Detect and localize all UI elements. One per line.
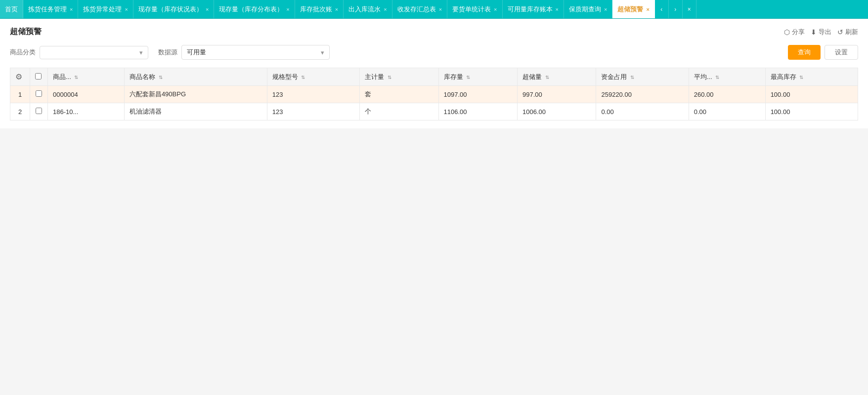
nav-next-arrow[interactable]: › bbox=[669, 0, 683, 18]
product-name-cell: 机油滤清器 bbox=[124, 103, 267, 120]
sort-icon: ⇅ bbox=[388, 75, 391, 80]
spec-cell: 123 bbox=[267, 103, 359, 120]
sort-icon: ⇅ bbox=[799, 75, 803, 80]
product-code-cell: 0000004 bbox=[48, 86, 125, 103]
page-header: 超储预警 ⬡ 分享 ⬇ 导出 ↺ 刷新 bbox=[10, 27, 858, 37]
sort-icon: ⇅ bbox=[630, 75, 634, 80]
product-code-label: 商品... bbox=[53, 73, 71, 80]
table-header-row: ⚙ 商品... ⇅ 商品名称 ⇅ 规格型号 ⇅ 主计量 bbox=[10, 68, 858, 86]
spec-col-header[interactable]: 规格型号 ⇅ bbox=[267, 68, 359, 86]
settings-col-header: ⚙ bbox=[10, 68, 30, 86]
header-actions: ⬡ 分享 ⬇ 导出 ↺ 刷新 bbox=[784, 28, 858, 37]
datasource-chevron-icon: ▾ bbox=[321, 49, 324, 56]
nav-inout-flow[interactable]: 出入库流水 × bbox=[344, 0, 392, 18]
overstock-cell: 1006.00 bbox=[517, 103, 596, 120]
avg-col-header[interactable]: 平均... ⇅ bbox=[689, 68, 765, 86]
avg-label: 平均... bbox=[694, 73, 712, 80]
nav-prev-arrow[interactable]: ‹ bbox=[655, 0, 669, 18]
nav-close-icon[interactable]: × bbox=[335, 6, 338, 12]
table-row: 1 0000004 六配套新昌490BPG 123 套 1097.00 997.… bbox=[10, 86, 858, 103]
nav-abnormal-processing[interactable]: 拣货异常处理 × bbox=[78, 0, 133, 18]
nav-close-icon[interactable]: × bbox=[286, 6, 289, 12]
overstock-col-header[interactable]: 超储量 ⇅ bbox=[517, 68, 596, 86]
category-select[interactable]: ▾ bbox=[40, 46, 148, 59]
stock-cell: 1097.00 bbox=[438, 86, 517, 103]
checkbox-col-header bbox=[30, 68, 48, 86]
sort-icon: ⇅ bbox=[74, 75, 78, 80]
row-checkbox-cell bbox=[30, 86, 48, 103]
unit-label: 主计量 bbox=[365, 73, 384, 80]
avg-cell: 260.00 bbox=[689, 86, 765, 103]
max-stock-cell: 100.00 bbox=[765, 86, 858, 103]
page-content: 超储预警 ⬡ 分享 ⬇ 导出 ↺ 刷新 商品分类 ▾ 数据源 bbox=[0, 19, 868, 128]
sort-icon: ⇅ bbox=[715, 75, 719, 80]
refresh-button[interactable]: ↺ 刷新 bbox=[837, 28, 858, 37]
refresh-icon: ↺ bbox=[837, 28, 843, 36]
nav-close-icon[interactable]: × bbox=[646, 6, 649, 12]
nav-shelf-life[interactable]: 保质期查询 × bbox=[564, 0, 612, 18]
stock-cell: 1106.00 bbox=[438, 103, 517, 120]
datasource-select[interactable]: 可用量 ▾ bbox=[181, 45, 330, 60]
nav-demand-stats[interactable]: 要货单统计表 × bbox=[447, 0, 502, 18]
export-icon: ⬇ bbox=[811, 28, 817, 36]
nav-batch-account[interactable]: 库存批次账 × bbox=[295, 0, 344, 18]
share-icon: ⬡ bbox=[784, 28, 790, 36]
sort-icon: ⇅ bbox=[159, 75, 163, 80]
nav-summary-table[interactable]: 收发存汇总表 × bbox=[392, 0, 447, 18]
product-code-cell: 186-10... bbox=[48, 103, 125, 120]
datasource-label: 数据源 bbox=[158, 48, 177, 57]
action-buttons: 查询 设置 bbox=[788, 45, 858, 60]
nav-close-icon[interactable]: × bbox=[494, 6, 497, 12]
nav-close-icon[interactable]: × bbox=[556, 6, 559, 12]
query-button[interactable]: 查询 bbox=[788, 45, 821, 60]
data-table: ⚙ 商品... ⇅ 商品名称 ⇅ 规格型号 ⇅ 主计量 bbox=[10, 68, 858, 120]
nav-overstock-warning[interactable]: 超储预警 × bbox=[612, 0, 654, 18]
category-label: 商品分类 bbox=[10, 48, 36, 57]
category-filter: 商品分类 ▾ bbox=[10, 46, 148, 59]
datasource-filter: 数据源 可用量 ▾ bbox=[158, 45, 330, 60]
select-all-checkbox[interactable] bbox=[35, 73, 42, 79]
capital-label: 资金占用 bbox=[601, 73, 627, 80]
filter-row: 商品分类 ▾ 数据源 可用量 ▾ 查询 设置 bbox=[10, 45, 858, 60]
nav-task-management[interactable]: 拣货任务管理 × bbox=[23, 0, 78, 18]
nav-home[interactable]: 首页 bbox=[0, 0, 23, 18]
share-button[interactable]: ⬡ 分享 bbox=[784, 28, 805, 37]
nav-close-icon[interactable]: × bbox=[384, 6, 387, 12]
nav-close-icon[interactable]: × bbox=[206, 6, 209, 12]
stock-col-header[interactable]: 库存量 ⇅ bbox=[438, 68, 517, 86]
max-stock-cell: 100.00 bbox=[765, 103, 858, 120]
max-stock-label: 最高库存 bbox=[771, 73, 796, 80]
capital-col-header[interactable]: 资金占用 ⇅ bbox=[596, 68, 689, 86]
row-checkbox[interactable] bbox=[36, 90, 42, 97]
row-number: 2 bbox=[10, 103, 30, 120]
spec-label: 规格型号 bbox=[272, 73, 298, 80]
unit-cell: 套 bbox=[360, 86, 438, 103]
capital-cell: 259220.00 bbox=[596, 86, 689, 103]
row-checkbox-cell bbox=[30, 103, 48, 120]
nav-inventory-distribution[interactable]: 现存量（库存分布表） × bbox=[214, 0, 295, 18]
overstock-cell: 997.00 bbox=[517, 86, 596, 103]
avg-cell: 0.00 bbox=[689, 103, 765, 120]
product-name-col-header[interactable]: 商品名称 ⇅ bbox=[124, 68, 267, 86]
nav-close-icon[interactable]: × bbox=[604, 6, 607, 12]
nav-close-icon[interactable]: × bbox=[125, 6, 128, 12]
category-chevron-icon: ▾ bbox=[139, 49, 143, 56]
nav-close-icon[interactable]: × bbox=[70, 6, 73, 12]
unit-cell: 个 bbox=[360, 103, 438, 120]
top-navigation: 首页 拣货任务管理 × 拣货异常处理 × 现存量（库存状况表） × 现存量（库存… bbox=[0, 0, 868, 19]
row-checkbox[interactable] bbox=[36, 108, 42, 114]
nav-inventory-status[interactable]: 现存量（库存状况表） × bbox=[133, 0, 214, 18]
max-stock-col-header[interactable]: 最高库存 ⇅ bbox=[765, 68, 858, 86]
nav-close-icon[interactable]: × bbox=[439, 6, 442, 12]
unit-col-header[interactable]: 主计量 ⇅ bbox=[360, 68, 438, 86]
overstock-label: 超储量 bbox=[522, 73, 542, 80]
gear-icon[interactable]: ⚙ bbox=[15, 73, 22, 81]
table-header: ⚙ 商品... ⇅ 商品名称 ⇅ 规格型号 ⇅ 主计量 bbox=[10, 68, 858, 86]
row-number: 1 bbox=[10, 86, 30, 103]
settings-button[interactable]: 设置 bbox=[825, 45, 858, 60]
product-code-col-header[interactable]: 商品... ⇅ bbox=[48, 68, 125, 86]
product-name-cell: 六配套新昌490BPG bbox=[124, 86, 267, 103]
nav-close-all-arrow[interactable]: × bbox=[683, 0, 696, 18]
export-button[interactable]: ⬇ 导出 bbox=[811, 28, 831, 37]
nav-available-ledger[interactable]: 可用量库存账本 × bbox=[503, 0, 564, 18]
